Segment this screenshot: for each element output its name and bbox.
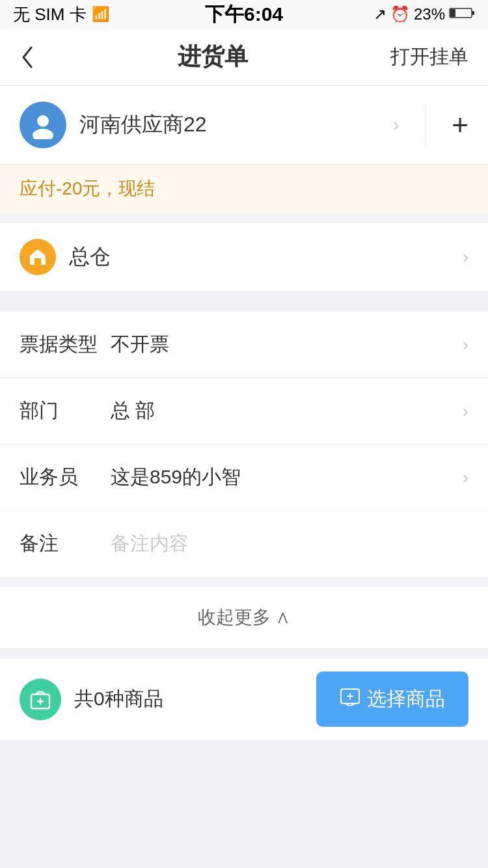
wifi-icon: 📶 xyxy=(92,6,109,23)
supplier-name: 河南供应商22 xyxy=(79,111,393,139)
svg-point-3 xyxy=(37,115,49,127)
svg-rect-5 xyxy=(34,258,41,265)
status-left: 无 SIM 卡 📶 xyxy=(13,3,109,26)
battery-text: 23% xyxy=(414,5,445,23)
notice-text: 应付-20元，现结 xyxy=(20,178,155,198)
warehouse-section: 总仓 › xyxy=(0,223,488,291)
product-count-label: 共0种商品 xyxy=(74,686,316,712)
open-pending-button[interactable]: 打开挂单 xyxy=(390,44,468,70)
alarm-icon: ⏰ xyxy=(390,5,410,23)
product-icon xyxy=(20,679,61,720)
page-title: 进货单 xyxy=(178,41,248,73)
notice-bar: 应付-20元，现结 xyxy=(0,164,488,213)
collapse-button[interactable]: 收起更多 ∧ xyxy=(0,587,488,648)
vertical-divider xyxy=(425,105,426,144)
collapse-label: 收起更多 ∧ xyxy=(198,605,291,630)
salesperson-chevron-icon: › xyxy=(463,467,468,488)
form-section: 票据类型 不开票 › 部门 总 部 › 业务员 这是859的小智 › 备注 备注… xyxy=(0,312,488,576)
add-supplier-button[interactable]: + xyxy=(452,111,468,139)
bottom-bar: 共0种商品 选择商品 xyxy=(0,658,488,740)
collapse-section: 收起更多 ∧ xyxy=(0,587,488,648)
status-right: ↗ ⏰ 23% xyxy=(373,5,475,23)
warehouse-row[interactable]: 总仓 › xyxy=(0,223,488,291)
salesperson-label: 业务员 xyxy=(20,464,98,491)
salesperson-value: 这是859的小智 xyxy=(98,464,463,491)
battery-icon xyxy=(449,5,475,23)
nav-bar: 进货单 打开挂单 xyxy=(0,29,488,86)
location-icon: ↗ xyxy=(373,5,386,23)
back-button[interactable] xyxy=(20,44,35,70)
supplier-section: 河南供应商22 › + 应付-20元，现结 xyxy=(0,86,488,213)
department-row[interactable]: 部门 总 部 › xyxy=(0,378,488,444)
remark-label: 备注 xyxy=(20,530,98,557)
status-bar: 无 SIM 卡 📶 下午6:04 ↗ ⏰ 23% xyxy=(0,0,488,29)
svg-point-4 xyxy=(33,129,53,139)
select-product-button[interactable]: 选择商品 xyxy=(316,671,468,727)
select-icon xyxy=(340,688,360,711)
salesperson-row[interactable]: 业务员 这是859的小智 › xyxy=(0,444,488,511)
remark-row[interactable]: 备注 备注内容 xyxy=(0,511,488,576)
remark-value: 备注内容 xyxy=(98,530,468,557)
warehouse-icon xyxy=(20,239,56,275)
department-value: 总 部 xyxy=(98,398,463,424)
department-chevron-icon: › xyxy=(463,401,468,422)
time-display: 下午6:04 xyxy=(205,1,283,28)
supplier-row[interactable]: 河南供应商22 › + xyxy=(0,86,488,164)
invoice-type-label: 票据类型 xyxy=(20,331,98,358)
warehouse-name: 总仓 xyxy=(69,243,463,271)
carrier-text: 无 SIM 卡 xyxy=(13,3,87,26)
invoice-type-chevron-icon: › xyxy=(463,334,468,355)
select-product-label: 选择商品 xyxy=(367,686,445,712)
department-label: 部门 xyxy=(20,398,98,424)
svg-rect-1 xyxy=(472,11,474,15)
gap-1 xyxy=(0,213,488,223)
supplier-avatar xyxy=(20,102,66,148)
supplier-row-right: › + xyxy=(393,105,468,144)
invoice-type-row[interactable]: 票据类型 不开票 › xyxy=(0,312,488,378)
gap-2 xyxy=(0,301,488,312)
warehouse-chevron-icon: › xyxy=(463,247,468,267)
svg-rect-2 xyxy=(450,9,455,17)
supplier-chevron-icon: › xyxy=(393,115,399,135)
invoice-type-value: 不开票 xyxy=(98,331,463,358)
